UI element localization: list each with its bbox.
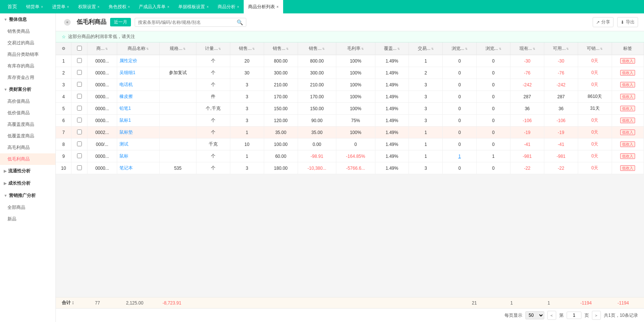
- row-checkbox[interactable]: [71, 162, 87, 174]
- row-sales-qty: 3: [230, 162, 264, 174]
- sidebar-item-low-value[interactable]: 低价值商品: [0, 107, 55, 119]
- nav-product-analysis[interactable]: 商品分析 ×: [213, 0, 244, 13]
- col-name[interactable]: 商品名称⇅: [117, 42, 160, 55]
- row-select-checkbox[interactable]: [77, 130, 82, 134]
- row-checkbox[interactable]: [71, 79, 87, 91]
- nav-home[interactable]: 首页: [3, 0, 22, 13]
- col-gross-rate[interactable]: 毛利率⇅: [336, 42, 375, 55]
- row-checkbox[interactable]: [71, 115, 87, 127]
- col-sales-price[interactable]: 销售...⇅: [264, 42, 298, 55]
- sidebar-collapse-btn[interactable]: «: [64, 19, 71, 26]
- nav-sales[interactable]: 销货单 ×: [22, 0, 48, 13]
- row-checkbox[interactable]: [71, 91, 87, 103]
- page-number-input[interactable]: [567, 312, 581, 319]
- nav-role[interactable]: 角色授权 ×: [104, 0, 135, 13]
- row-name[interactable]: 属性定价: [117, 55, 160, 67]
- sidebar-group-growth[interactable]: ▶ 成长性分析: [0, 177, 55, 189]
- sidebar-item-low-profit[interactable]: 低毛利商品: [0, 153, 55, 165]
- sidebar-group-marketing[interactable]: ▼ 营销推广分析: [0, 189, 55, 202]
- sidebar-item-high-profit[interactable]: 高毛利商品: [0, 142, 55, 153]
- row-checkbox[interactable]: [71, 67, 87, 79]
- row-select-checkbox[interactable]: [77, 153, 82, 158]
- row-no: 6: [56, 115, 71, 127]
- nav-template[interactable]: 单据模板设置 ×: [174, 0, 213, 13]
- row-select-checkbox[interactable]: [77, 70, 82, 75]
- nav-close-permission[interactable]: ×: [97, 5, 100, 9]
- col-browse1[interactable]: 浏览...⇅: [443, 42, 477, 55]
- row-checkbox[interactable]: [71, 103, 87, 115]
- col-code[interactable]: 商...⇅: [87, 42, 117, 55]
- row-trade: 1: [409, 55, 443, 67]
- sidebar-item-in-stock[interactable]: 有库存的商品: [0, 60, 55, 72]
- row-name[interactable]: 吴细细1: [117, 67, 160, 79]
- sidebar-item-traded-products[interactable]: 交易过的商品: [0, 37, 55, 49]
- nav-product-entry[interactable]: 产成品入库单 ×: [134, 0, 174, 13]
- row-checkbox[interactable]: [71, 150, 87, 162]
- row-select-checkbox[interactable]: [77, 118, 82, 122]
- sidebar-item-high-value[interactable]: 高价值商品: [0, 96, 55, 107]
- row-select-checkbox[interactable]: [77, 165, 82, 170]
- next-page-btn[interactable]: ＞: [592, 311, 601, 320]
- table-container[interactable]: ⚙ 商...⇅ 商品名称⇅ 规格...⇅ 计量...⇅ 销售...⇅ 销售...…: [56, 42, 644, 297]
- col-sales-qty[interactable]: 销售...⇅: [230, 42, 264, 55]
- col-salable[interactable]: 可销...⇅: [578, 42, 612, 55]
- col-spec[interactable]: 规格...⇅: [159, 42, 196, 55]
- col-tag[interactable]: 标签: [612, 42, 644, 55]
- nav-close-sales[interactable]: ×: [41, 5, 43, 9]
- row-select-checkbox[interactable]: [77, 94, 82, 99]
- nav-close-product-analysis[interactable]: ×: [237, 5, 239, 9]
- export-button[interactable]: ⬇ 导出: [617, 17, 638, 27]
- per-page-select[interactable]: 50 100: [525, 311, 544, 319]
- search-input[interactable]: [138, 20, 237, 25]
- col-sales-amount[interactable]: 销售...⇅: [298, 42, 336, 55]
- row-select-checkbox[interactable]: [77, 106, 82, 111]
- row-name[interactable]: 鼠标1: [117, 115, 160, 127]
- period-button[interactable]: 近一月: [110, 18, 131, 26]
- sidebar-item-high-coverage[interactable]: 高覆盖度商品: [0, 119, 55, 130]
- share-button[interactable]: ↗ 分享: [593, 17, 613, 27]
- row-checkbox[interactable]: [71, 138, 87, 150]
- row-code: 0000...: [87, 91, 117, 103]
- nav-permission[interactable]: 权限设置 ×: [74, 0, 104, 13]
- sidebar-item-stock-funds[interactable]: 库存资金占用: [0, 72, 55, 83]
- nav-close-purchase[interactable]: ×: [67, 5, 69, 9]
- prev-page-btn[interactable]: ＜: [547, 311, 556, 320]
- sidebar-item-sales-products[interactable]: 销售类商品: [0, 26, 55, 37]
- row-checkbox[interactable]: [71, 127, 87, 138]
- sidebar-item-new-products[interactable]: 新品: [0, 213, 55, 225]
- row-select-checkbox[interactable]: [77, 141, 82, 146]
- sidebar-item-low-coverage[interactable]: 低覆盖度商品: [0, 130, 55, 142]
- row-name[interactable]: 笔记本: [117, 162, 160, 174]
- sidebar-item-category-rate[interactable]: 商品分类助销率: [0, 49, 55, 60]
- col-checkbox[interactable]: [71, 42, 87, 55]
- select-all-checkbox[interactable]: [77, 46, 82, 51]
- col-settings[interactable]: ⚙: [56, 42, 71, 55]
- row-name[interactable]: 橡皮擦: [117, 91, 160, 103]
- nav-close-template[interactable]: ×: [206, 5, 209, 9]
- sidebar-group-liquidity[interactable]: ▶ 流通性分析: [0, 165, 55, 177]
- row-name[interactable]: 铅笔1: [117, 103, 160, 115]
- row-name[interactable]: 电话机: [117, 79, 160, 91]
- row-browse1[interactable]: 1: [443, 150, 477, 162]
- nav-close-role[interactable]: ×: [128, 5, 130, 9]
- row-name[interactable]: 鼠标垫: [117, 127, 160, 138]
- col-unit[interactable]: 计量...⇅: [196, 42, 230, 55]
- nav-purchase[interactable]: 进货单 ×: [48, 0, 74, 13]
- sidebar-group-overall[interactable]: ▼ 整体信息: [0, 13, 55, 26]
- nav-product-analysis-list[interactable]: 商品分析列表 ×: [244, 0, 283, 13]
- col-trade[interactable]: 交易...⇅: [409, 42, 443, 55]
- row-name[interactable]: 鼠标: [117, 150, 160, 162]
- col-coverage[interactable]: 覆盖...⇅: [375, 42, 409, 55]
- col-browse2[interactable]: 浏览...⇅: [477, 42, 510, 55]
- col-available[interactable]: 可用...⇅: [544, 42, 578, 55]
- row-select-checkbox[interactable]: [77, 82, 82, 87]
- row-name[interactable]: 测试: [117, 138, 160, 150]
- nav-close-product-analysis-list[interactable]: ×: [276, 5, 279, 9]
- nav-close-product-entry[interactable]: ×: [167, 5, 169, 9]
- col-current[interactable]: 现有...⇅: [510, 42, 544, 55]
- sidebar-group-wealth[interactable]: ▼ 类财富分析: [0, 83, 55, 96]
- tag-badge: 低收入: [620, 94, 635, 99]
- sidebar-item-all-products[interactable]: 全部商品: [0, 202, 55, 213]
- row-checkbox[interactable]: [71, 55, 87, 67]
- row-select-checkbox[interactable]: [77, 58, 82, 63]
